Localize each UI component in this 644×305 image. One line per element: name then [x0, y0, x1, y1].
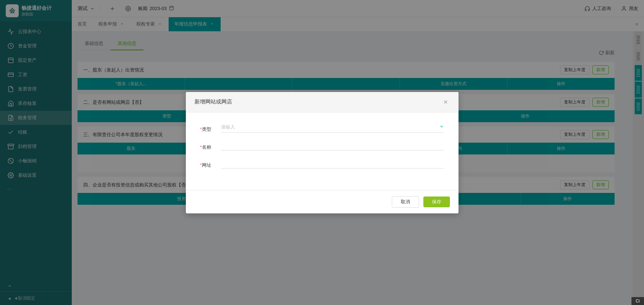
- close-icon: [443, 99, 448, 105]
- form-field-type: *类型: [200, 124, 444, 133]
- required-star: *: [200, 144, 202, 150]
- modal-close-btn[interactable]: [441, 98, 450, 106]
- required-star: *: [200, 162, 202, 168]
- required-star: *: [200, 126, 202, 132]
- type-input[interactable]: [221, 124, 439, 130]
- url-input[interactable]: [221, 161, 444, 166]
- cancel-btn[interactable]: 取消: [392, 196, 419, 208]
- modal-header: 新增网站或网店: [186, 92, 459, 112]
- bottom-brand: Ci: [631, 297, 644, 305]
- url-input-wrap: [221, 161, 444, 168]
- save-btn[interactable]: 保存: [423, 197, 450, 207]
- form-field-name: *名称: [200, 143, 444, 151]
- modal-title: 新增网站或网店: [194, 98, 232, 105]
- type-input-wrap: [221, 124, 444, 133]
- modal-overlay: 新增网站或网店 *类型 *名称: [0, 0, 644, 305]
- dropdown-arrow-icon[interactable]: [439, 124, 444, 130]
- modal-footer: 取消 保存: [186, 190, 459, 213]
- form-label-url: *网址: [200, 162, 218, 168]
- form-label-name: *名称: [200, 144, 218, 151]
- modal-add-website: 新增网站或网店 *类型 *名称: [186, 92, 459, 213]
- form-field-url: *网址: [200, 161, 444, 168]
- modal-body: *类型 *名称 *: [186, 112, 459, 190]
- name-input-wrap: [221, 143, 444, 151]
- name-input[interactable]: [221, 143, 444, 148]
- form-label-type: *类型: [200, 126, 218, 133]
